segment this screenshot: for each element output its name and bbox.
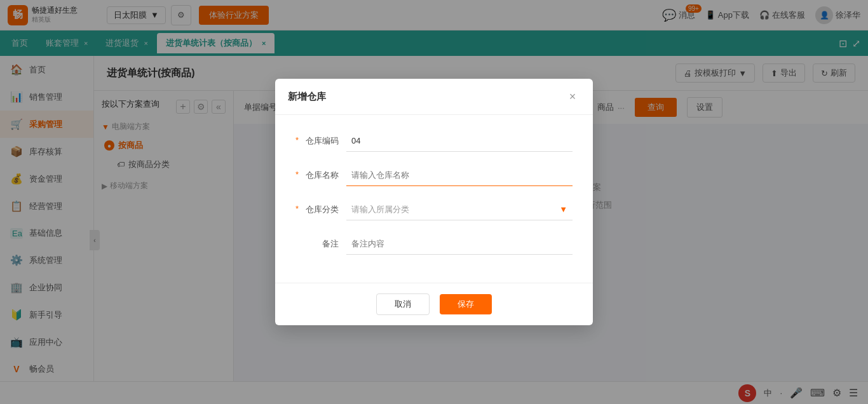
notes-input[interactable] [346,233,573,255]
dialog-header: 新增仓库 × [275,79,593,115]
warehouse-code-label: 仓库编码 [295,135,346,147]
cancel-button[interactable]: 取消 [376,293,430,315]
dialog-overlay[interactable]: 新增仓库 × 仓库编码 仓库名称 仓库分类 请输入所属分类 ▼ [0,0,868,404]
warehouse-category-placeholder: 请输入所属分类 [351,204,409,215]
warehouse-name-input[interactable] [346,165,573,186]
save-button[interactable]: 保存 [440,294,492,314]
warehouse-category-select[interactable]: 请输入所属分类 ▼ [346,199,573,220]
notes-label: 备注 [295,238,346,250]
warehouse-code-input[interactable] [346,130,573,152]
warehouse-code-row: 仓库编码 [295,130,573,152]
notes-row: 备注 [295,233,573,255]
dialog-title: 新增仓库 [288,91,326,103]
add-warehouse-dialog: 新增仓库 × 仓库编码 仓库名称 仓库分类 请输入所属分类 ▼ [275,79,593,325]
warehouse-name-label: 仓库名称 [295,170,346,181]
warehouse-category-label: 仓库分类 [295,204,346,215]
dialog-close-button[interactable]: × [565,89,580,104]
dialog-body: 仓库编码 仓库名称 仓库分类 请输入所属分类 ▼ 备注 [275,115,593,283]
warehouse-name-row: 仓库名称 [295,165,573,186]
dialog-footer: 取消 保存 [275,283,593,325]
warehouse-category-row: 仓库分类 请输入所属分类 ▼ [295,199,573,220]
dropdown-arrow-icon: ▼ [559,205,567,214]
